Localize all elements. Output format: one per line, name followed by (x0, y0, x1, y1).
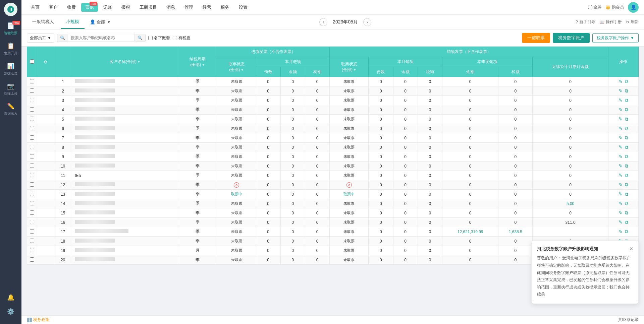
edit-icon[interactable]: ✎ (619, 144, 623, 150)
th-period[interactable]: 纳税周期(全部) (178, 47, 217, 77)
search-button[interactable]: 🔍 (135, 34, 146, 42)
copy-icon[interactable]: ⧉ (625, 219, 628, 225)
row-checkbox[interactable] (30, 192, 34, 196)
edit-icon[interactable]: ✎ (619, 173, 623, 178)
prev-month-button[interactable]: ‹ (319, 18, 327, 26)
row-checkbox[interactable] (30, 220, 34, 224)
next-month-button[interactable]: › (363, 18, 371, 26)
sidebar-item-entry[interactable]: ✏️ 票据录入 (0, 99, 21, 119)
row-checkbox[interactable] (30, 126, 34, 130)
nav-settings[interactable]: 设置 (235, 3, 252, 12)
tax-digital-ops-button[interactable]: 税务数字账户操作 ▼ (592, 33, 639, 43)
nav-operations[interactable]: 经营 (199, 3, 215, 12)
nav-home[interactable]: 首页 (27, 3, 44, 12)
nav-revenue[interactable]: 收费 (63, 3, 80, 12)
sidebar-item-intelligent-invoice[interactable]: 📄 智能取票 new (0, 19, 21, 39)
my-accounts-checkbox[interactable]: 名下账套 (148, 35, 170, 41)
edit-icon[interactable]: ✎ (619, 126, 623, 131)
copy-icon[interactable]: ⧉ (625, 191, 628, 197)
edit-icon[interactable]: ✎ (619, 79, 623, 84)
row-checkbox[interactable] (30, 229, 34, 234)
my-accounts-input[interactable] (148, 36, 153, 40)
edit-icon[interactable]: ✎ (619, 88, 623, 93)
row-checkbox[interactable] (30, 79, 34, 83)
copy-icon[interactable]: ⧉ (625, 154, 628, 159)
has-tax-input[interactable] (173, 36, 177, 40)
row-checkbox[interactable] (30, 135, 34, 140)
sidebar-item-invoice-open[interactable]: 📋 发票开具 (0, 39, 21, 59)
edit-icon[interactable]: ✎ (619, 210, 623, 215)
edit-icon[interactable]: ✎ (619, 135, 623, 140)
row-checkbox[interactable] (30, 164, 34, 168)
status-label[interactable]: 税务政策 (33, 317, 49, 323)
app-logo[interactable] (4, 3, 17, 16)
copy-icon[interactable]: ⧉ (625, 173, 628, 178)
row-checkbox[interactable] (30, 173, 34, 177)
one-click-button[interactable]: 一键取票 (522, 33, 550, 43)
nav-tax[interactable]: 报税 (117, 3, 134, 12)
th-settings[interactable]: ⚙ (37, 47, 54, 77)
tab-all[interactable]: 👤 全能 ▼ (86, 16, 115, 28)
sidebar-settings[interactable]: ⚙️ (6, 305, 16, 319)
edit-icon[interactable]: ✎ (619, 107, 623, 112)
edit-icon[interactable]: ✎ (619, 116, 623, 122)
nav-messages[interactable]: 消息 (162, 3, 179, 12)
row-checkbox[interactable] (30, 154, 34, 158)
search-input[interactable] (68, 34, 135, 42)
copy-icon[interactable]: ⧉ (625, 163, 628, 169)
row-checkbox[interactable] (30, 107, 34, 112)
copy-icon[interactable]: ⧉ (625, 182, 628, 187)
notification-close-button[interactable]: × (630, 246, 633, 252)
row-checkbox[interactable] (30, 98, 34, 102)
copy-icon[interactable]: ⧉ (625, 126, 628, 131)
th-fetch-status-out[interactable]: 取票状态(全部) (330, 57, 369, 77)
nav-bookkeeping[interactable]: 记账 (99, 3, 116, 12)
sidebar-item-scan[interactable]: 📷 扫描上传 (0, 79, 21, 99)
has-tax-checkbox[interactable]: 有税盘 (173, 35, 191, 41)
nav-customers[interactable]: 客户 (45, 3, 62, 12)
row-checkbox[interactable] (30, 210, 34, 215)
row-checkbox[interactable] (30, 145, 34, 149)
edit-icon[interactable]: ✎ (619, 182, 623, 187)
copy-icon[interactable]: ⧉ (625, 210, 628, 215)
row-checkbox[interactable] (30, 201, 34, 205)
th-customer[interactable]: 客户名称(全部) (72, 47, 178, 77)
row-checkbox[interactable] (30, 239, 34, 243)
user-avatar[interactable]: 👤 (628, 2, 639, 13)
nav-industry[interactable]: 工商项目 (136, 3, 161, 12)
copy-icon[interactable]: ⧉ (625, 144, 628, 150)
employee-select[interactable]: 全部员工 ▼ (27, 34, 54, 43)
refresh-button[interactable]: ↻ 刷新 (626, 19, 639, 25)
nav-services[interactable]: 服务 (217, 3, 233, 12)
member-button[interactable]: 👑 购会员 (605, 4, 624, 10)
th-fetch-status-in[interactable]: 取票状态(全部) (217, 57, 256, 77)
edit-icon[interactable]: ✎ (619, 219, 623, 225)
edit-icon[interactable]: ✎ (619, 154, 623, 159)
new-guide-button[interactable]: ? 新手引导 (576, 19, 595, 25)
edit-icon[interactable]: ✎ (619, 163, 623, 169)
row-checkbox[interactable] (30, 88, 34, 93)
copy-icon[interactable]: ⧉ (625, 135, 628, 140)
cumulative-value[interactable]: 5.00 (567, 201, 574, 206)
copy-icon[interactable]: ⧉ (625, 201, 628, 206)
edit-icon[interactable]: ✎ (619, 191, 623, 197)
nav-management[interactable]: 管理 (180, 3, 197, 12)
edit-icon[interactable]: ✎ (619, 201, 623, 206)
copy-icon[interactable]: ⧉ (625, 79, 628, 84)
tax-digital-button[interactable]: 税务数字账户 (553, 33, 590, 43)
edit-icon[interactable]: ✎ (619, 98, 623, 103)
select-all-checkbox[interactable] (30, 59, 34, 64)
sidebar-bell[interactable]: 🔔 (6, 290, 16, 305)
copy-icon[interactable]: ⧉ (625, 229, 628, 234)
tab-small[interactable]: 小规模 (61, 15, 85, 29)
tab-general[interactable]: 一般纳税人 (27, 15, 59, 29)
manual-button[interactable]: 📖 操作手册 (599, 19, 622, 25)
row-checkbox[interactable] (30, 257, 34, 262)
copy-icon[interactable]: ⧉ (625, 98, 628, 103)
row-checkbox[interactable] (30, 248, 34, 252)
nav-invoices[interactable]: 票据 new (81, 3, 98, 12)
copy-icon[interactable]: ⧉ (625, 88, 628, 93)
fullscreen-button[interactable]: ⛶ 全屏 (588, 4, 601, 10)
edit-icon[interactable]: ✎ (619, 229, 623, 234)
sidebar-item-summary[interactable]: 📊 票据汇总 (0, 59, 21, 79)
